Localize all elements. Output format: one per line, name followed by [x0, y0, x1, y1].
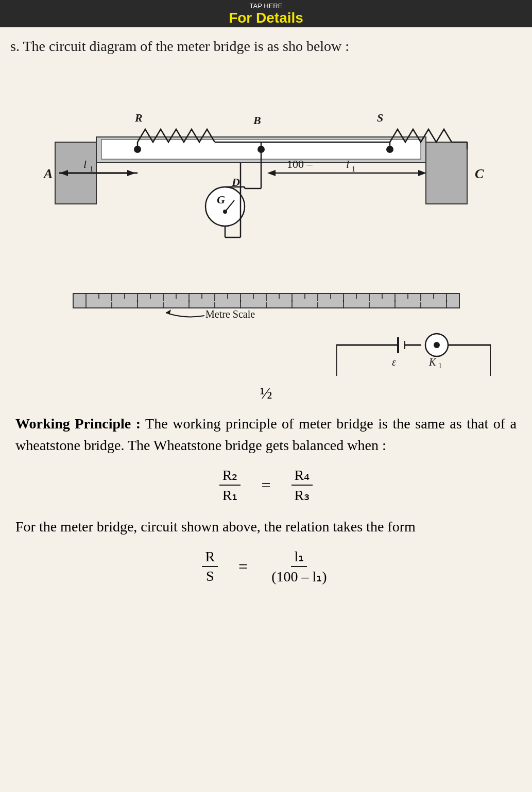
svg-text:100 –: 100 –: [287, 158, 313, 170]
svg-text:S: S: [377, 111, 383, 124]
r1-denominator: R₁: [219, 486, 241, 504]
svg-marker-21: [418, 170, 426, 176]
formula2-intro-text: For the meter bridge, circuit shown abov…: [10, 516, 522, 538]
battery-switch-section: ε K 1: [10, 327, 522, 378]
100-l1-denominator: (100 – l₁): [268, 567, 330, 585]
r2-numerator: R₂: [219, 467, 241, 486]
svg-text:B: B: [253, 114, 261, 127]
svg-point-96: [434, 342, 440, 348]
r4-over-r3: R₄ R₃: [291, 467, 313, 504]
r-over-s: R S: [202, 548, 218, 584]
svg-text:l: l: [346, 158, 349, 170]
svg-point-26: [223, 210, 227, 214]
svg-text:C: C: [475, 166, 484, 181]
svg-text:K: K: [428, 356, 437, 368]
svg-text:1: 1: [438, 362, 442, 370]
svg-text:R: R: [134, 111, 143, 124]
r4-numerator: R₄: [291, 467, 313, 486]
r2-over-r1: R₂ R₁: [219, 467, 241, 504]
formula1-display: R₂ R₁ = R₄ R₃: [10, 467, 522, 504]
svg-text:A: A: [43, 166, 53, 181]
metre-scale-svg: Metre Scale: [71, 291, 462, 322]
formula1-equals: =: [261, 476, 270, 495]
l1-over-100-l1: l₁ (100 – l₁): [268, 548, 330, 585]
formula2-equals: =: [238, 557, 248, 576]
svg-point-23: [205, 187, 245, 226]
tap-here-big-text: For Details: [0, 10, 532, 26]
svg-text:G: G: [217, 193, 225, 206]
half-fraction: ½: [10, 384, 522, 403]
problem-statement: s. The circuit diagram of the meter brid…: [10, 36, 522, 56]
svg-text:ε: ε: [392, 356, 396, 368]
s-denominator: S: [203, 567, 217, 584]
l1-numerator: l₁: [291, 548, 307, 567]
circuit-diagram-svg: A C l 1 D 100 –: [35, 62, 498, 279]
battery-switch-svg: ε K 1: [336, 327, 491, 378]
r3-denominator: R₃: [291, 486, 313, 504]
svg-text:1: 1: [90, 165, 93, 173]
tap-here-small-text: TAP HERE: [0, 2, 532, 10]
circuit-diagram-container: A C l 1 D 100 –: [10, 62, 522, 281]
working-principle-bold: Working Principle :: [15, 416, 141, 432]
svg-marker-20: [267, 170, 276, 176]
svg-text:Metre Scale: Metre Scale: [205, 308, 255, 320]
svg-marker-13: [127, 170, 135, 176]
svg-rect-1: [426, 142, 467, 204]
svg-text:l: l: [83, 158, 87, 170]
svg-text:1: 1: [352, 165, 355, 173]
metre-scale-section: Metre Scale: [71, 291, 462, 322]
tap-here-banner[interactable]: TAP HERE For Details: [0, 0, 532, 27]
r-numerator: R: [202, 548, 218, 567]
rs-formula-display: R S = l₁ (100 – l₁): [10, 548, 522, 585]
working-principle-text: Working Principle : The working principl…: [10, 413, 522, 456]
